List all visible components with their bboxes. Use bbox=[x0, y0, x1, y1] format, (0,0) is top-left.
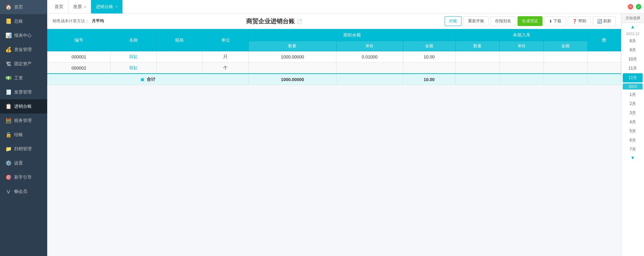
col-header-name: 名称 bbox=[111, 29, 157, 51]
tab-home[interactable]: 首页 bbox=[50, 0, 68, 14]
btn-generate[interactable]: 生成凭证 bbox=[518, 16, 543, 26]
month-item-5[interactable]: 5月 bbox=[621, 127, 644, 136]
cell-opening-qty-2 bbox=[248, 62, 336, 74]
month-item-4[interactable]: 4月 bbox=[621, 118, 644, 127]
tab-invoice-label: 发票 bbox=[73, 4, 82, 10]
total-icon: ▣ bbox=[141, 77, 144, 81]
month-item-3[interactable]: 3月 bbox=[621, 108, 644, 118]
sidebar-item-assets[interactable]: 🏗 固定资产 bbox=[0, 57, 47, 71]
month-item-7[interactable]: 7月 bbox=[621, 145, 644, 154]
month-item-1[interactable]: 1月 bbox=[621, 90, 644, 99]
page-title-icon[interactable]: 📄 bbox=[297, 19, 302, 24]
btn-saveas[interactable]: 存报别名 bbox=[491, 16, 516, 26]
sub-header-opening-price: 单价 bbox=[336, 41, 403, 51]
cell-more-2 bbox=[588, 62, 621, 74]
tab-home-label: 首页 bbox=[55, 4, 63, 10]
window-maximize-button[interactable]: ⤢ bbox=[636, 4, 641, 9]
sidebar-item-ledger[interactable]: 📒 总账 bbox=[0, 14, 47, 28]
sub-header-in-amount: 金额 bbox=[544, 41, 588, 51]
sidebar-label-tax: 税务管理 bbox=[14, 118, 32, 124]
tabs-bar: 首页 发票 × 进销台账 × ✕ ⤢ bbox=[47, 0, 644, 14]
sidebar-item-guide[interactable]: 🎯 新手引导 bbox=[0, 170, 47, 184]
sidebar-label-ledger: 总账 bbox=[14, 18, 23, 24]
cell-opening-amount-2 bbox=[403, 62, 456, 74]
btn-download[interactable]: ⬇ 下载 bbox=[545, 16, 566, 26]
btn-reopen[interactable]: 重新开账 bbox=[464, 16, 489, 26]
sub-header-in-price: 单价 bbox=[499, 41, 544, 51]
cell-opening-price-2 bbox=[336, 62, 403, 74]
col-header-unit: 单位 bbox=[203, 29, 249, 51]
page-area: 销售成本计算方法： 月平均 商贸企业进销台账 📄 对账 重新开账 存报别名 生成… bbox=[47, 14, 621, 256]
tab-invoice-close[interactable]: × bbox=[84, 5, 86, 9]
col-header-more: 数 bbox=[588, 29, 621, 51]
window-close-button[interactable]: ✕ bbox=[628, 4, 633, 9]
sidebar-item-invoice[interactable]: 🧾 发票管理 bbox=[0, 85, 47, 99]
sidebar-item-tax[interactable]: 🧮 税务管理 bbox=[0, 113, 47, 128]
cell-in-price-1 bbox=[499, 51, 544, 62]
sidebar-item-purchase[interactable]: 📋 进销台账 bbox=[0, 99, 47, 113]
table-row[interactable]: 000001 前缸 只 1000.00000 0.01000 10.00 bbox=[48, 51, 621, 62]
sidebar-item-vip[interactable]: V 畅会员 bbox=[0, 184, 47, 199]
table-container: 编号 名称 规格 单位 期初余额 本期入库 数 数量 单价 金额 数 bbox=[47, 29, 621, 85]
total-more bbox=[588, 74, 621, 85]
total-opening-amount: 10.00 bbox=[403, 74, 456, 85]
tab-purchase-close[interactable]: × bbox=[115, 5, 117, 9]
sub-header-opening-amount: 金额 bbox=[403, 41, 456, 51]
total-in-qty bbox=[456, 74, 500, 85]
sidebar-label-invoice: 发票管理 bbox=[14, 89, 32, 95]
sidebar-item-settings[interactable]: ⚙️ 设置 bbox=[0, 156, 47, 170]
content-area: 销售成本计算方法： 月平均 商贸企业进销台账 📄 对账 重新开账 存报别名 生成… bbox=[47, 14, 644, 256]
btn-help[interactable]: ❓ 帮助 bbox=[568, 16, 591, 26]
month-item-2[interactable]: 2月 bbox=[621, 99, 644, 108]
sidebar-label-funds: 资金管理 bbox=[14, 47, 32, 53]
sidebar-item-funds[interactable]: 💰 资金管理 bbox=[0, 43, 47, 57]
month-item-10[interactable]: 10月 bbox=[621, 55, 644, 64]
total-opening-qty: 1000.00000 bbox=[248, 74, 336, 85]
toolbar-actions: 对账 重新开账 存报别名 生成凭证 ⬇ 下载 ❓ 帮助 🔄 刷新 bbox=[445, 16, 616, 26]
total-label: ▣ 合计 bbox=[48, 74, 249, 85]
month-item-9[interactable]: 9月 bbox=[621, 46, 644, 55]
main-table: 编号 名称 规格 单位 期初余额 本期入库 数 数量 单价 金额 数 bbox=[47, 29, 621, 85]
sidebar-label-payroll: 工资 bbox=[14, 75, 23, 81]
tab-purchase-ledger[interactable]: 进销台账 × bbox=[91, 0, 122, 14]
col-header-opening: 期初余额 bbox=[248, 29, 456, 41]
tax-icon: 🧮 bbox=[5, 118, 11, 124]
sidebar-item-close[interactable]: 🔒 结账 bbox=[0, 128, 47, 142]
sidebar-item-archive[interactable]: 📁 归档管理 bbox=[0, 142, 47, 156]
month-nav-down[interactable]: ▼ bbox=[621, 154, 644, 161]
month-item-6[interactable]: 6月 bbox=[621, 136, 644, 145]
sidebar-item-home[interactable]: 🏠 首页 bbox=[0, 0, 47, 14]
month-item-11[interactable]: 11月 bbox=[621, 64, 644, 73]
cell-opening-amount-1: 10.00 bbox=[403, 51, 456, 62]
sidebar-item-payroll[interactable]: 💵 工资 bbox=[0, 71, 47, 85]
month-nav-up[interactable]: ▲ bbox=[621, 23, 644, 30]
btn-refresh[interactable]: 🔄 刷新 bbox=[593, 16, 616, 26]
sidebar-label-assets: 固定资产 bbox=[14, 61, 32, 67]
sidebar-label-close: 结账 bbox=[14, 132, 23, 138]
sidebar-label-vip: 畅会员 bbox=[14, 188, 27, 195]
invoice-icon: 🧾 bbox=[5, 89, 11, 95]
archive-icon: 📁 bbox=[5, 146, 11, 152]
cell-code-1: 000001 bbox=[48, 51, 111, 62]
reports-icon: 📊 bbox=[5, 32, 11, 39]
month-item-8[interactable]: 8月 bbox=[621, 36, 644, 46]
table-row[interactable]: 000002 前缸 个 bbox=[48, 62, 621, 74]
purchase-icon: 📋 bbox=[5, 103, 11, 109]
cost-method-label: 销售成本计算方法： bbox=[53, 18, 89, 24]
cell-code-2: 000002 bbox=[48, 62, 111, 74]
cell-unit-2: 个 bbox=[203, 62, 249, 74]
total-in-amount bbox=[544, 74, 588, 85]
toolbar: 销售成本计算方法： 月平均 商贸企业进销台账 📄 对账 重新开账 存报别名 生成… bbox=[47, 14, 621, 29]
total-opening-price bbox=[336, 74, 403, 85]
cell-in-amount-1 bbox=[544, 51, 588, 62]
cell-in-qty-1 bbox=[456, 51, 500, 62]
col-header-code: 编号 bbox=[48, 29, 111, 51]
btn-duizhang[interactable]: 对账 bbox=[445, 16, 462, 26]
settings-icon: ⚙️ bbox=[5, 160, 11, 166]
tab-invoice[interactable]: 发票 × bbox=[68, 0, 91, 14]
sidebar-label-settings: 设置 bbox=[14, 160, 23, 166]
main-area: 首页 发票 × 进销台账 × ✕ ⤢ 销售成本计算方法： 月平均 bbox=[47, 0, 644, 256]
month-item-12[interactable]: 12月 bbox=[623, 73, 643, 82]
sidebar-item-reports[interactable]: 📊 报表中心 bbox=[0, 28, 47, 43]
cell-in-qty-2 bbox=[456, 62, 500, 74]
